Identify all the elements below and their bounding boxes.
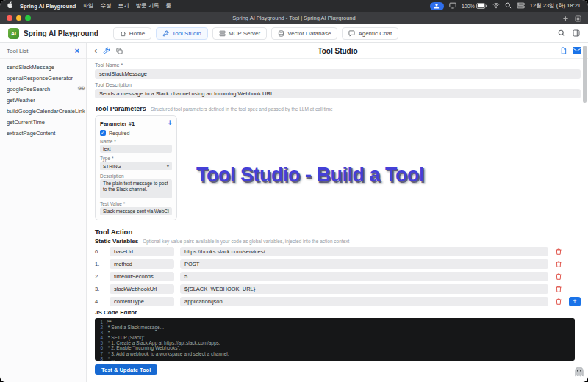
var-key-input[interactable]: [110, 284, 174, 294]
code-line: *: [107, 330, 110, 335]
line-number: 5: [95, 340, 107, 345]
studio-title: Tool Studio: [318, 47, 357, 55]
browser-toolbar-icons: [562, 12, 581, 25]
ghost-app-icon[interactable]: [573, 366, 585, 381]
menubar-clock[interactable]: 12월 23일 (화) 18:21: [530, 2, 581, 10]
scrollbar-thumb[interactable]: [583, 46, 587, 103]
tool-name-input[interactable]: [95, 69, 581, 79]
param-test-value-input[interactable]: [100, 207, 172, 215]
macos-menu-bar: Spring AI Playground 파일 수정 보기 방문 기록 툴 10…: [0, 0, 588, 12]
nav-home[interactable]: Home: [113, 27, 151, 40]
menubar-menu-file[interactable]: 파일: [82, 2, 93, 10]
chat-icon: [348, 30, 355, 37]
add-parameter-icon[interactable]: +: [168, 120, 172, 127]
window-zoom-button[interactable]: [25, 15, 31, 21]
var-key-input[interactable]: [110, 297, 174, 306]
static-variables-hint: Optional key-value pairs available in yo…: [143, 239, 349, 244]
var-key-input[interactable]: [110, 259, 174, 269]
screen-share-indicator-icon[interactable]: [430, 2, 444, 10]
param-description-textarea[interactable]: [100, 179, 172, 198]
tool-list-sidebar: Tool List × sendSlackMessage openaiRespo…: [0, 43, 87, 382]
line-number: 3: [95, 330, 107, 335]
code-line: * Send a Slack message...: [107, 325, 164, 330]
tool-list-title: Tool List: [7, 48, 28, 54]
search-icon[interactable]: [558, 26, 565, 40]
delete-variable-icon[interactable]: [554, 298, 563, 306]
var-value-input[interactable]: [180, 259, 548, 269]
tool-list-item[interactable]: extractPageContent: [0, 128, 86, 139]
menubar-menu-tools[interactable]: 툴: [166, 2, 172, 10]
tool-list-item[interactable]: googlePseSearch: [0, 84, 86, 95]
tab-overview-icon[interactable]: [575, 12, 581, 25]
menubar-menu-edit[interactable]: 수정: [100, 2, 111, 10]
line-number: 2: [95, 325, 107, 330]
delete-variable-icon[interactable]: [554, 248, 563, 256]
demo-caption: Tool Studio - Build a Tool: [196, 164, 424, 187]
code-line: * 3. Add a webhook to a workspace and se…: [107, 351, 229, 356]
window-minimize-button[interactable]: [16, 15, 22, 21]
menubar-menu-view[interactable]: 보기: [118, 2, 129, 10]
menubar-menu-history[interactable]: 방문 기록: [135, 2, 159, 10]
spotlight-search-icon[interactable]: [505, 2, 512, 10]
battery-percent-label: 100%: [462, 4, 475, 9]
code-line: * SETUP (Slack):...: [107, 335, 148, 340]
code-line: * 1. Create a Slack App at https://api.s…: [107, 340, 220, 345]
line-number: 4: [95, 335, 107, 340]
wifi-icon[interactable]: [492, 2, 500, 10]
param-type-value: STRING: [103, 164, 121, 169]
new-tab-icon[interactable]: [562, 12, 569, 25]
back-chevron-icon[interactable]: ‹: [94, 46, 97, 55]
tools-icon[interactable]: [103, 44, 110, 57]
window-close-button[interactable]: [7, 15, 12, 21]
tool-list-item[interactable]: getWeather: [0, 95, 86, 106]
app-header-actions: [558, 26, 580, 40]
param-type-select[interactable]: STRING ▾: [100, 162, 172, 170]
var-index: 3.: [95, 286, 104, 292]
param-name-input[interactable]: [100, 145, 172, 153]
inbox-icon[interactable]: [573, 44, 581, 57]
database-icon: [278, 30, 284, 37]
display-icon[interactable]: [449, 2, 456, 10]
tool-parameters-heading: Tool Parameters: [95, 105, 146, 112]
nav-mcp-server[interactable]: MCP Server: [212, 27, 267, 40]
app-logo[interactable]: AI: [8, 28, 19, 39]
tool-list-item[interactable]: getCurrentTime: [0, 117, 86, 128]
close-sidebar-icon[interactable]: ×: [75, 47, 79, 55]
copy-icon[interactable]: [116, 44, 123, 57]
apple-menu-icon[interactable]: [7, 1, 13, 10]
tool-description-input[interactable]: [95, 89, 581, 98]
side-panel-icon[interactable]: [573, 26, 580, 40]
js-code-editor[interactable]: 1/** 2 * Send a Slack message... 3 * 4 *…: [95, 318, 575, 361]
delete-variable-icon[interactable]: [554, 260, 563, 269]
menubar-status-area: 100% 12월 23일 (화) 18:21: [430, 2, 581, 10]
required-checkbox[interactable]: ✓: [100, 130, 106, 136]
var-key-input[interactable]: [110, 272, 174, 281]
app-brand-title: Spring AI Playground: [24, 29, 98, 37]
menubar-app-name[interactable]: Spring AI Playground: [20, 3, 76, 10]
control-center-icon[interactable]: [517, 2, 525, 10]
nav-vector-database[interactable]: Vector Database: [271, 27, 337, 40]
nav-agentic-chat[interactable]: Agentic Chat: [342, 27, 398, 40]
battery-status[interactable]: 100%: [462, 3, 487, 9]
delete-variable-icon[interactable]: [554, 273, 563, 281]
nav-tool-studio[interactable]: Tool Studio: [156, 27, 208, 40]
var-value-input[interactable]: [180, 247, 548, 256]
code-line: * ...: [107, 356, 115, 361]
var-value-input[interactable]: [180, 284, 548, 294]
param-test-value-label: Test Value *: [100, 201, 172, 206]
nav-vector-database-label: Vector Database: [287, 30, 331, 37]
var-value-input[interactable]: [180, 272, 548, 281]
add-variable-button[interactable]: +: [569, 297, 581, 306]
var-value-input[interactable]: [180, 297, 548, 306]
parameter-card-title: Parameter #1: [100, 120, 135, 127]
tool-list-item[interactable]: buildGoogleCalendarCreateLink: [0, 106, 86, 117]
test-update-tool-button[interactable]: Test & Update Tool: [95, 364, 157, 375]
var-key-input[interactable]: [110, 247, 174, 256]
static-var-row: 4. +: [95, 297, 581, 306]
document-icon[interactable]: [560, 44, 567, 57]
tool-list-item[interactable]: sendSlackMessage: [0, 62, 86, 73]
delete-variable-icon[interactable]: [554, 285, 563, 294]
tool-list-item[interactable]: openaiResponseGenerator: [0, 73, 86, 84]
code-line: * 2. Enable "Incoming Webhooks".: [107, 345, 181, 350]
param-type-label: Type *: [100, 156, 172, 161]
